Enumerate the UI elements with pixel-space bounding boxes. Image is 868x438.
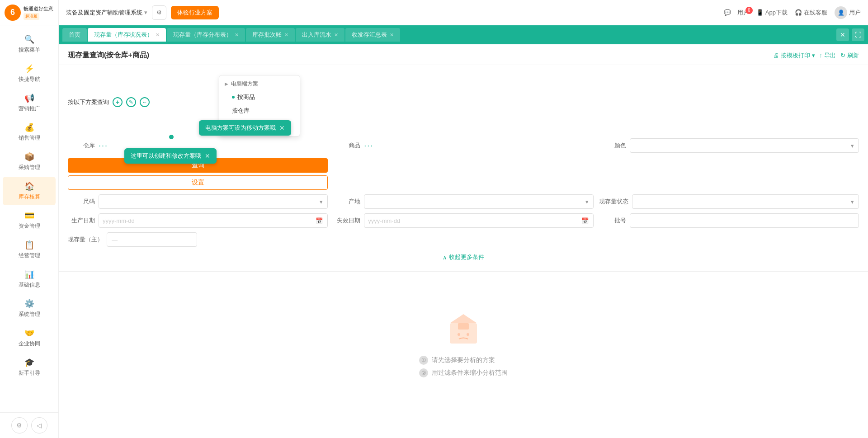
size-select[interactable]: ▾ <box>99 194 328 209</box>
expire-date-start[interactable]: yyyy-mm-dd 📅 <box>364 213 593 228</box>
tab-close-btn[interactable]: ✕ <box>390 32 394 38</box>
page-content: 现存量查询(按仓库+商品) 🖨 按模板打印 ▾ ↑ 导出 ↻ 刷新 <box>59 44 868 438</box>
app-download-btn[interactable]: 📱 App下载 <box>756 9 788 17</box>
export-btn[interactable]: ↑ 导出 <box>820 52 836 60</box>
reset-btn[interactable]: 设置 <box>68 175 328 190</box>
refresh-btn[interactable]: ↻ 刷新 <box>840 52 859 60</box>
sidebar-item-marketing[interactable]: 📢 营销推广 <box>3 89 56 117</box>
tab-close-btn[interactable]: ✕ <box>235 32 239 38</box>
warehouse-dots-btn[interactable]: ··· <box>99 141 108 151</box>
empty-step-1: ① 请先选择要分析的方案 <box>419 356 508 365</box>
filter-row-1: 仓库 ··· 商品 ··· 颜色 ▾ <box>68 138 859 190</box>
sidebar-item-inventory[interactable]: 🏠 库存核算 <box>3 177 56 205</box>
color-select[interactable]: ▾ <box>630 138 859 153</box>
tab-close-btn[interactable]: ✕ <box>334 32 338 38</box>
tab-inventory-status[interactable]: 现存量（库存状况表） ✕ <box>88 28 166 42</box>
print-dropdown-icon: ▾ <box>812 52 815 59</box>
sidebar-item-management[interactable]: 📋 经营管理 <box>3 235 56 264</box>
basic-info-icon: 📊 <box>24 269 34 279</box>
tab-batch-account[interactable]: 库存批次账 ✕ <box>246 28 295 42</box>
back-arrow-btn[interactable]: ← <box>140 97 150 107</box>
search-icon: 🔍 <box>24 34 34 44</box>
empty-state: ① 请先选择要分析的方案 ② 用过滤条件来缩小分析范围 <box>59 272 868 438</box>
filter-item-stock-status: 现存量状态 ▾ <box>599 194 859 209</box>
batch-no-input[interactable] <box>630 213 859 228</box>
scheme-group-desktop: ▶ 电脑端方案 按商品 按仓库 <box>219 75 300 119</box>
flash-icon: ⚡ <box>24 64 34 74</box>
industry-solution-btn[interactable]: 体验行业方案 <box>171 6 219 19</box>
sidebar-menu: 🔍 搜索菜单 ⚡ 快捷导航 📢 营销推广 💰 销售管理 📦 采购管理 🏠 库存核… <box>0 25 58 412</box>
stock-qty-range[interactable]: — <box>107 232 197 247</box>
tab-inventory-dist[interactable]: 现存量（库存分布表） ✕ <box>167 28 245 42</box>
sidebar-item-finance[interactable]: 💳 资金管理 <box>3 206 56 235</box>
sidebar-item-sales[interactable]: 💰 销售管理 <box>3 118 56 146</box>
collapse-sidebar-btn[interactable]: ◁ <box>31 417 47 433</box>
tab-summary[interactable]: 收发存汇总表 ✕ <box>345 28 400 42</box>
header-settings-btn[interactable]: ⚙ <box>152 5 166 20</box>
header-left: 装备及固定资产辅助管理系统 ▾ ⚙ 体验行业方案 <box>66 5 219 20</box>
produce-date-start[interactable]: yyyy-mm-dd 📅 <box>99 213 328 228</box>
calendar-icon[interactable]: 📅 <box>316 217 323 224</box>
headset-icon: 🎧 <box>795 9 802 16</box>
user-info-btn[interactable]: 👤 用户 <box>835 6 861 19</box>
stock-status-select[interactable]: ▾ <box>632 194 859 209</box>
collapse-icon: ∧ <box>443 254 447 261</box>
filter-row-2: 尺码 ▾ 产地 ▾ 现存量状态 <box>68 194 859 209</box>
select-arrow-icon: ▾ <box>851 198 854 205</box>
sidebar-item-quick-nav[interactable]: ⚡ 快捷导航 <box>3 59 56 88</box>
system-icon: ⚙️ <box>24 299 34 309</box>
print-btn[interactable]: 🖨 按模板打印 ▾ <box>773 52 815 60</box>
logo-text: 畅通道好生意 标准版 <box>24 5 53 20</box>
logo-icon: 6 <box>5 5 21 21</box>
chevron-down-icon: ▾ <box>144 9 147 16</box>
messages-btn[interactable]: 💬 6 用户 <box>724 9 749 17</box>
collapse-bar[interactable]: ∧ 收起更多条件 <box>68 250 859 265</box>
print-icon: 🖨 <box>773 52 779 59</box>
svg-rect-2 <box>458 323 469 330</box>
origin-select[interactable]: ▾ <box>364 194 593 209</box>
step-num-2: ② <box>419 368 428 377</box>
user-avatar: 👤 <box>835 6 847 19</box>
select-arrow-icon: ▾ <box>851 142 854 149</box>
tooltip-desktop-scheme: 电脑方案可设为移动方案哦 ✕ <box>199 120 291 136</box>
sidebar-item-enterprise[interactable]: 🤝 企业协同 <box>3 324 56 352</box>
empty-step-2: ② 用过滤条件来缩小分析范围 <box>419 368 508 377</box>
filter-item-origin: 产地 ▾ <box>333 194 593 209</box>
tabs-bar: 首页 现存量（库存状况表） ✕ 现存量（库存分布表） ✕ 库存批次账 ✕ 出入库… <box>59 25 868 44</box>
scheme-group-desktop-title[interactable]: ▶ 电脑端方案 <box>219 77 300 90</box>
scheme-item-by-warehouse[interactable]: 按仓库 <box>219 104 300 118</box>
sidebar-item-guide[interactable]: 🎓 新手引导 <box>3 353 56 381</box>
settings-bottom-btn[interactable]: ⚙ <box>11 417 28 433</box>
select-arrow-icon: ▾ <box>585 198 589 205</box>
inventory-icon: 🏠 <box>24 181 34 191</box>
sidebar-item-system[interactable]: ⚙️ 系统管理 <box>3 294 56 323</box>
filter-item-size: 尺码 ▾ <box>68 194 328 209</box>
product-dots-btn[interactable]: ··· <box>364 141 373 151</box>
main-content: 装备及固定资产辅助管理系统 ▾ ⚙ 体验行业方案 💬 6 用户 📱 App下载 … <box>59 0 868 438</box>
system-name-selector[interactable]: 装备及固定资产辅助管理系统 ▾ <box>66 9 147 17</box>
tab-expand-btn[interactable]: ⛶ <box>852 28 864 41</box>
scheme-dot-icon <box>232 96 235 99</box>
empty-illustration <box>441 305 486 350</box>
tab-flow[interactable]: 出入库流水 ✕ <box>296 28 344 42</box>
tab-close-all-btn[interactable]: ✕ <box>836 28 849 41</box>
scheme-item-by-product[interactable]: 按商品 <box>219 90 300 104</box>
sidebar-item-search[interactable]: 🔍 搜索菜单 <box>3 30 56 58</box>
sidebar-item-basic-info[interactable]: 📊 基础信息 <box>3 265 56 293</box>
management-icon: 📋 <box>24 240 34 250</box>
tab-close-btn[interactable]: ✕ <box>284 32 288 38</box>
edit-scheme-btn[interactable]: ✎ <box>126 97 136 107</box>
tab-home[interactable]: 首页 <box>62 28 87 42</box>
online-support-btn[interactable]: 🎧 在线客服 <box>795 9 827 17</box>
add-scheme-btn[interactable]: + <box>113 97 123 107</box>
sidebar-item-purchase[interactable]: 📦 采购管理 <box>3 147 56 176</box>
tooltip2-close-btn[interactable]: ✕ <box>205 152 210 160</box>
calendar-icon[interactable]: 📅 <box>581 217 589 224</box>
tooltip-close-btn[interactable]: ✕ <box>279 124 285 132</box>
filter-label-row: 按以下方案查询 + ✎ ← ▶ 电脑端方案 按 <box>68 71 859 133</box>
page-actions: 🖨 按模板打印 ▾ ↑ 导出 ↻ 刷新 <box>773 52 859 60</box>
tab-close-btn[interactable]: ✕ <box>156 32 160 38</box>
scheme-tooltip-create: 这里可以创建和修改方案哦 ✕ <box>124 148 217 164</box>
page-title: 现存量查询(按仓库+商品) <box>68 51 149 60</box>
top-header: 装备及固定资产辅助管理系统 ▾ ⚙ 体验行业方案 💬 6 用户 📱 App下载 … <box>59 0 868 25</box>
